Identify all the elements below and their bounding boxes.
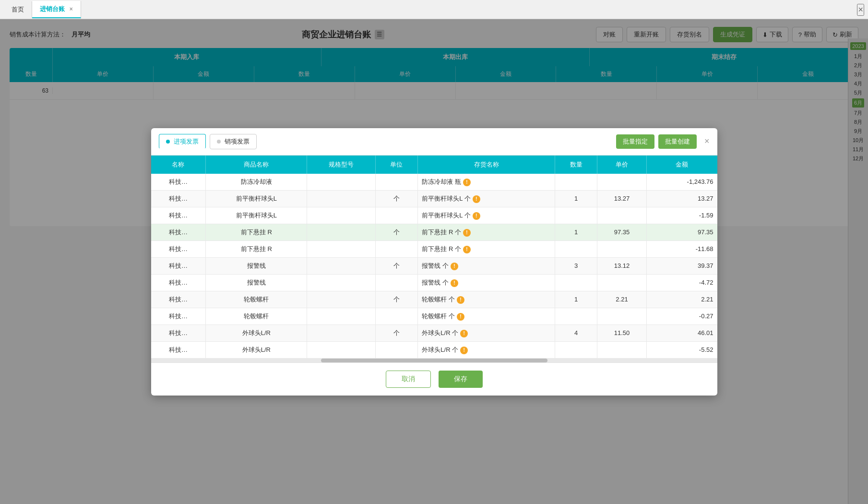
cell-quantity: 4 (555, 324, 597, 341)
cell-inventory-name: 外球头L/R 个! (418, 324, 555, 341)
warning-icon: ! (451, 279, 458, 287)
cell-quantity (555, 274, 597, 291)
tab-invoice-out[interactable]: 销项发票 (210, 134, 257, 149)
table-row[interactable]: 科技… 外球头L/R 外球头L/R 个! -5.52 (151, 341, 717, 358)
cell-amount: 2.21 (646, 291, 717, 308)
save-button[interactable]: 保存 (439, 371, 483, 388)
main-area: 销售成本计算方法： 月平均 商贸企业进销台账 ☰ 对账 重新开账 存货别名 生成… (0, 19, 868, 504)
cell-amount: -0.27 (646, 308, 717, 324)
cell-unit (375, 308, 418, 324)
cell-name: 科技… (151, 190, 206, 207)
cell-name: 科技… (151, 274, 206, 291)
cell-spec (307, 324, 375, 341)
batch-assign-button[interactable]: 批量指定 (616, 134, 654, 149)
cell-product-name: 前平衡杆球头L (206, 207, 307, 224)
batch-create-button[interactable]: 批量创建 (658, 134, 697, 149)
cell-amount: -1,243.76 (646, 174, 717, 191)
tab-home[interactable]: 首页 (4, 1, 32, 18)
cell-unit-price: 13.12 (597, 257, 646, 274)
cell-quantity (555, 240, 597, 257)
cell-spec (307, 190, 375, 207)
invoice-out-indicator (217, 140, 221, 144)
th-unit: 单位 (375, 156, 418, 174)
cell-inventory-name: 轮毂螺杆 个! (418, 308, 555, 324)
cell-unit: 个 (375, 224, 418, 240)
cell-name: 科技… (151, 341, 206, 358)
cancel-button[interactable]: 取消 (386, 371, 431, 388)
cell-product-name: 外球头L/R (206, 341, 307, 358)
cell-product-name: 报警线 (206, 274, 307, 291)
cell-unit (375, 341, 418, 358)
warning-icon: ! (460, 347, 468, 354)
cell-amount: -4.72 (646, 274, 717, 291)
cell-inventory-name: 轮毂螺杆 个! (418, 291, 555, 308)
cell-quantity (555, 341, 597, 358)
cell-spec (307, 308, 375, 324)
table-row[interactable]: 科技… 前平衡杆球头L 前平衡杆球头L 个! -1.59 (151, 207, 717, 224)
cell-quantity: 3 (555, 257, 597, 274)
cell-amount: -11.68 (646, 240, 717, 257)
warning-icon: ! (457, 313, 464, 321)
cell-product-name: 报警线 (206, 257, 307, 274)
th-quantity: 数量 (555, 156, 597, 174)
cell-inventory-name: 前平衡杆球头L 个! (418, 190, 555, 207)
invoice-in-indicator (166, 140, 170, 144)
table-row[interactable]: 科技… 前下悬挂 R 个 前下悬挂 R 个! 1 97.35 97.35 (151, 224, 717, 240)
cell-spec (307, 341, 375, 358)
modal-overlay: 进项发票 销项发票 批量指定 批量创建 × 名称 (0, 19, 868, 504)
window-close-button[interactable]: × (857, 4, 864, 16)
cell-name: 科技… (151, 324, 206, 341)
cell-spec (307, 257, 375, 274)
cell-inventory-name: 外球头L/R 个! (418, 341, 555, 358)
th-inventory-name: 存货名称 (418, 156, 555, 174)
tab-ledger-close[interactable]: × (70, 6, 73, 12)
cell-unit: 个 (375, 324, 418, 341)
table-row[interactable]: 科技… 前下悬挂 R 前下悬挂 R 个! -11.68 (151, 240, 717, 257)
horizontal-scrollbar[interactable] (151, 359, 717, 362)
cell-spec (307, 207, 375, 224)
cell-unit-price (597, 274, 646, 291)
cell-quantity (555, 207, 597, 224)
cell-name: 科技… (151, 240, 206, 257)
th-spec: 规格型号 (307, 156, 375, 174)
cell-spec (307, 291, 375, 308)
warning-icon: ! (460, 330, 468, 337)
cell-product-name: 外球头L/R (206, 324, 307, 341)
th-name: 名称 (151, 156, 206, 174)
cell-inventory-name: 报警线 个! (418, 257, 555, 274)
cell-unit-price (597, 341, 646, 358)
tab-invoice-in[interactable]: 进项发票 (159, 134, 206, 149)
scrollbar-thumb[interactable] (321, 359, 547, 362)
warning-icon: ! (463, 246, 471, 253)
cell-unit-price (597, 207, 646, 224)
modal-header: 进项发票 销项发票 批量指定 批量创建 × (151, 128, 717, 156)
cell-unit-price: 97.35 (597, 224, 646, 240)
warning-icon: ! (473, 212, 480, 220)
cell-spec (307, 224, 375, 240)
warning-icon: ! (463, 179, 471, 186)
table-row[interactable]: 科技… 报警线 个 报警线 个! 3 13.12 39.37 (151, 257, 717, 274)
modal-footer: 取消 保存 (151, 362, 717, 396)
cell-product-name: 前平衡杆球头L (206, 190, 307, 207)
cell-inventory-name: 前平衡杆球头L 个! (418, 207, 555, 224)
cell-name: 科技… (151, 174, 206, 191)
cell-amount: 97.35 (646, 224, 717, 240)
warning-icon: ! (457, 296, 464, 304)
cell-unit: 个 (375, 190, 418, 207)
cell-amount: 13.27 (646, 190, 717, 207)
cell-amount: 39.37 (646, 257, 717, 274)
table-row[interactable]: 科技… 外球头L/R 个 外球头L/R 个! 4 11.50 46.01 (151, 324, 717, 341)
cell-name: 科技… (151, 308, 206, 324)
tab-ledger[interactable]: 进销台账 × (32, 1, 81, 18)
table-row[interactable]: 科技… 轮毂螺杆 轮毂螺杆 个! -0.27 (151, 308, 717, 324)
cell-unit-price: 2.21 (597, 291, 646, 308)
table-row[interactable]: 科技… 报警线 报警线 个! -4.72 (151, 274, 717, 291)
th-amount: 金额 (646, 156, 717, 174)
table-row[interactable]: 科技… 防冻冷却液 防冻冷却液 瓶! -1,243.76 (151, 174, 717, 191)
cell-product-name: 轮毂螺杆 (206, 291, 307, 308)
cell-quantity (555, 174, 597, 191)
table-row[interactable]: 科技… 轮毂螺杆 个 轮毂螺杆 个! 1 2.21 2.21 (151, 291, 717, 308)
modal-close-button[interactable]: × (704, 134, 710, 149)
cell-product-name: 轮毂螺杆 (206, 308, 307, 324)
table-row[interactable]: 科技… 前平衡杆球头L 个 前平衡杆球头L 个! 1 13.27 13.27 (151, 190, 717, 207)
